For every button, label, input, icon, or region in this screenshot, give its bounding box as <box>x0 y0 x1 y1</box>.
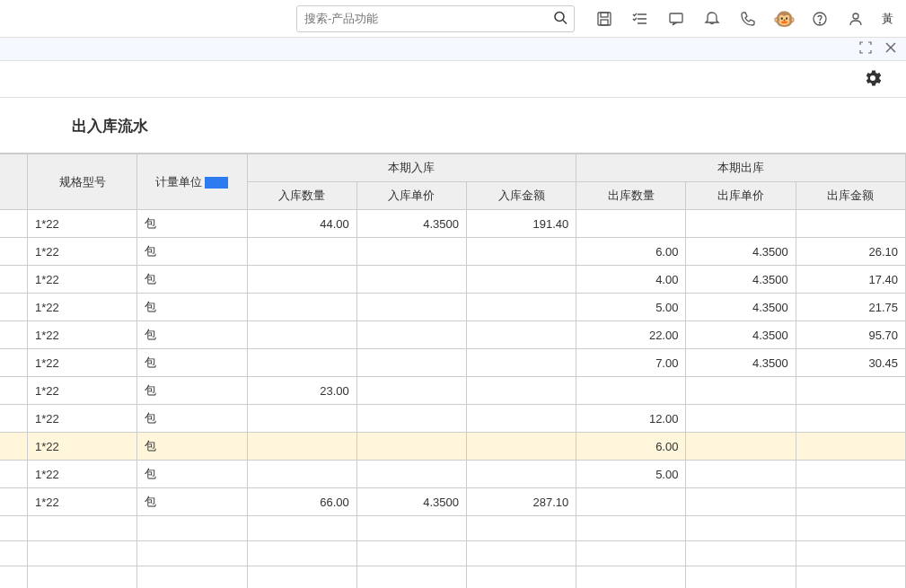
table-row[interactable]: 1*22包12.00 <box>0 405 906 433</box>
table-cell[interactable]: 包 <box>137 210 247 238</box>
table-cell[interactable] <box>796 516 905 541</box>
table-cell[interactable] <box>356 266 466 294</box>
table-cell[interactable] <box>576 377 686 405</box>
search-input[interactable] <box>296 5 575 32</box>
search-icon[interactable] <box>553 10 567 27</box>
table-cell[interactable]: 4.00 <box>576 266 686 294</box>
list-check-icon[interactable] <box>630 9 650 29</box>
table-cell[interactable]: 5.00 <box>576 461 686 488</box>
table-cell[interactable]: 包 <box>137 238 247 266</box>
table-cell[interactable]: 1*22 <box>28 266 137 294</box>
table-cell[interactable] <box>466 266 576 294</box>
table-cell[interactable] <box>0 266 28 294</box>
table-cell[interactable]: 5.00 <box>576 294 686 321</box>
table-cell[interactable] <box>466 321 576 349</box>
table-cell[interactable] <box>686 210 796 238</box>
table-cell[interactable]: 23.00 <box>247 377 356 405</box>
table-row[interactable] <box>0 566 906 589</box>
table-cell[interactable] <box>356 377 466 405</box>
gear-icon[interactable] <box>865 70 881 89</box>
fullscreen-icon[interactable] <box>859 41 872 57</box>
table-cell[interactable] <box>466 566 576 589</box>
table-cell[interactable] <box>247 349 356 377</box>
table-cell[interactable] <box>0 294 28 321</box>
table-cell[interactable] <box>0 488 28 516</box>
table-cell[interactable] <box>247 566 356 589</box>
table-cell[interactable]: 4.3500 <box>356 210 466 238</box>
table-cell[interactable]: 7.00 <box>576 349 686 377</box>
table-cell[interactable] <box>247 516 356 541</box>
table-cell[interactable]: 1*22 <box>28 210 137 238</box>
table-cell[interactable] <box>686 377 796 405</box>
table-cell[interactable] <box>0 349 28 377</box>
table-cell[interactable]: 4.3500 <box>686 294 796 321</box>
table-row[interactable]: 1*22包6.004.350026.10 <box>0 238 906 266</box>
table-cell[interactable]: 44.00 <box>247 210 356 238</box>
table-cell[interactable] <box>356 461 466 488</box>
table-row[interactable]: 1*22包22.004.350095.70 <box>0 321 906 349</box>
table-cell[interactable] <box>466 405 576 433</box>
table-cell[interactable] <box>466 377 576 405</box>
table-cell[interactable]: 287.10 <box>466 488 576 516</box>
table-cell[interactable] <box>247 294 356 321</box>
header-out-amt[interactable]: 出库金额 <box>796 182 905 210</box>
table-cell[interactable] <box>0 461 28 488</box>
table-cell[interactable]: 包 <box>137 266 247 294</box>
table-cell[interactable] <box>137 566 247 589</box>
table-cell[interactable] <box>0 405 28 433</box>
table-cell[interactable]: 包 <box>137 321 247 349</box>
table-cell[interactable] <box>356 294 466 321</box>
table-cell[interactable]: 1*22 <box>28 238 137 266</box>
table-cell[interactable]: 1*22 <box>28 294 137 321</box>
message-icon[interactable] <box>666 9 686 29</box>
table-cell[interactable] <box>576 488 686 516</box>
table-cell[interactable] <box>796 433 905 461</box>
table-cell[interactable] <box>466 238 576 266</box>
table-cell[interactable]: 6.00 <box>576 433 686 461</box>
table-cell[interactable] <box>137 516 247 541</box>
table-cell[interactable]: 包 <box>137 294 247 321</box>
table-cell[interactable] <box>0 321 28 349</box>
table-cell[interactable] <box>686 405 796 433</box>
table-cell[interactable] <box>796 566 905 589</box>
table-cell[interactable]: 1*22 <box>28 377 137 405</box>
table-cell[interactable]: 包 <box>137 461 247 488</box>
table-cell[interactable]: 包 <box>137 377 247 405</box>
table-cell[interactable] <box>28 516 137 541</box>
sort-indicator[interactable] <box>205 177 228 189</box>
table-cell[interactable] <box>356 321 466 349</box>
table-cell[interactable] <box>686 488 796 516</box>
table-cell[interactable] <box>356 566 466 589</box>
header-out-price[interactable]: 出库单价 <box>686 182 796 210</box>
table-cell[interactable]: 30.45 <box>796 349 905 377</box>
table-row[interactable]: 1*22包7.004.350030.45 <box>0 349 906 377</box>
table-cell[interactable]: 21.75 <box>796 294 905 321</box>
table-cell[interactable] <box>0 238 28 266</box>
table-cell[interactable] <box>0 566 28 589</box>
table-row[interactable]: 1*22包4.004.350017.40 <box>0 266 906 294</box>
table-cell[interactable] <box>686 433 796 461</box>
table-cell[interactable] <box>247 433 356 461</box>
table-row[interactable] <box>0 516 906 541</box>
table-cell[interactable] <box>466 294 576 321</box>
table-row[interactable] <box>0 541 906 566</box>
table-cell[interactable]: 4.3500 <box>686 266 796 294</box>
table-cell[interactable] <box>356 405 466 433</box>
table-cell[interactable] <box>247 541 356 566</box>
table-cell[interactable] <box>28 566 137 589</box>
table-cell[interactable]: 17.40 <box>796 266 905 294</box>
table-row[interactable]: 1*22包5.004.350021.75 <box>0 294 906 321</box>
table-cell[interactable] <box>28 541 137 566</box>
table-cell[interactable] <box>466 541 576 566</box>
table-cell[interactable]: 6.00 <box>576 238 686 266</box>
table-cell[interactable]: 1*22 <box>28 433 137 461</box>
table-cell[interactable] <box>466 433 576 461</box>
table-cell[interactable] <box>576 566 686 589</box>
user-icon[interactable] <box>846 9 866 29</box>
table-cell[interactable]: 1*22 <box>28 349 137 377</box>
table-cell[interactable] <box>466 461 576 488</box>
monkey-icon[interactable]: 🐵 <box>774 9 794 29</box>
table-cell[interactable] <box>576 210 686 238</box>
header-in-qty[interactable]: 入库数量 <box>247 182 356 210</box>
close-icon[interactable] <box>884 41 897 57</box>
